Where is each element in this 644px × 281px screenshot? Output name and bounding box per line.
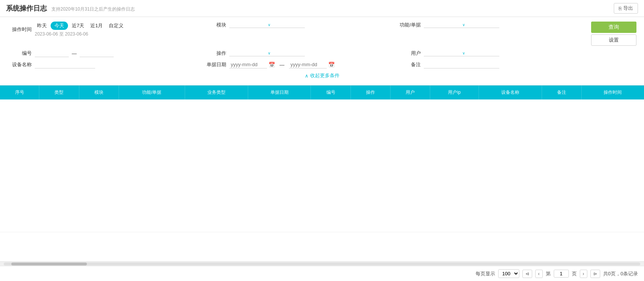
function-filter-cell: 功能/单据 ∨ <box>397 22 585 28</box>
time-buttons: 昨天 今天 近7天 近1月 自定义 <box>35 22 126 30</box>
number-dash: — <box>72 51 77 56</box>
page-input[interactable] <box>554 270 569 278</box>
collapse-up-icon: ∧ <box>305 73 309 79</box>
time-btn-1month[interactable]: 近1月 <box>88 22 105 30</box>
operation-label: 操作 <box>202 50 226 57</box>
next-page-button[interactable]: › <box>580 270 587 278</box>
scrollbar-thumb[interactable] <box>11 262 87 265</box>
scrollbar-track[interactable] <box>4 262 640 265</box>
user-filter-cell: 用户 ∨ <box>397 50 585 57</box>
col-operation: 操作 <box>351 85 390 99</box>
device-input[interactable] <box>35 61 95 68</box>
module-select[interactable]: ∨ <box>229 22 305 28</box>
operation-chevron-icon: ∨ <box>268 51 303 55</box>
action-buttons: 查询 设置 <box>591 22 636 46</box>
number-end-input[interactable] <box>80 50 114 57</box>
function-chevron-icon: ∨ <box>462 23 498 27</box>
col-device: 设备名称 <box>479 85 542 99</box>
col-type: 类型 <box>39 85 79 99</box>
total-info: 共0页，0条记录 <box>603 270 638 277</box>
number-filter-cell: 编号 — <box>8 50 196 57</box>
time-btn-today[interactable]: 今天 <box>51 22 68 30</box>
empty-row <box>0 99 644 232</box>
col-number: 编号 <box>311 85 351 99</box>
query-button[interactable]: 查询 <box>591 22 636 33</box>
time-filter-cell: 操作时间 昨天 今天 近7天 近1月 自定义 2023-06-06 至 2023… <box>8 22 196 37</box>
col-user: 用户 <box>390 85 430 99</box>
user-chevron-icon: ∨ <box>462 51 498 55</box>
per-page-select[interactable]: 100 50 200 <box>498 269 519 278</box>
data-table: 序号 类型 模块 功能/单据 业务类型 单据日期 编号 操作 用户 用户ip 设… <box>0 85 644 232</box>
page-prefix: 第 <box>546 270 551 277</box>
doc-date-filter-cell: 单据日期 📅 — 📅 <box>202 61 391 68</box>
collapse-button[interactable]: ∧ 收起更多条件 <box>305 72 340 79</box>
page-subtitle: 支持2020年10月31日之后产生的操作日志 <box>51 6 135 12</box>
table-header-row: 序号 类型 模块 功能/单据 业务类型 单据日期 编号 操作 用户 用户ip 设… <box>0 85 644 99</box>
page-title: 系统操作日志 <box>6 4 47 13</box>
col-doc-date: 单据日期 <box>248 85 311 99</box>
function-label: 功能/单据 <box>397 22 421 28</box>
table-container: 序号 类型 模块 功能/单据 业务类型 单据日期 编号 操作 用户 用户ip 设… <box>0 85 644 261</box>
doc-date-dash: — <box>280 62 284 68</box>
remark-label: 备注 <box>397 61 421 68</box>
collapse-label: 收起更多条件 <box>310 72 340 79</box>
time-filter-group: 昨天 今天 近7天 近1月 自定义 2023-06-06 至 2023-06-0… <box>35 22 126 37</box>
time-range-display: 2023-06-06 至 2023-06-06 <box>35 31 126 37</box>
module-label: 模块 <box>202 22 226 28</box>
user-label: 用户 <box>397 50 421 57</box>
export-icon: ⎘ <box>619 6 622 11</box>
calendar-end-icon[interactable]: 📅 <box>328 62 335 68</box>
scrollbar-area[interactable] <box>0 261 644 266</box>
col-business-type: 业务类型 <box>185 85 248 99</box>
prev-page-button[interactable]: ‹ <box>535 270 543 278</box>
filter-area: 操作时间 昨天 今天 近7天 近1月 自定义 2023-06-06 至 2023… <box>0 17 644 85</box>
table-body <box>0 99 644 232</box>
col-sequence: 序号 <box>0 85 39 99</box>
number-start-input[interactable] <box>35 50 69 57</box>
col-remark: 备注 <box>542 85 581 99</box>
time-label: 操作时间 <box>8 26 32 33</box>
page-header: 系统操作日志 支持2020年10月31日之后产生的操作日志 ⎘ 导出 <box>0 0 644 17</box>
module-chevron-icon: ∨ <box>268 23 303 27</box>
function-select[interactable]: ∨ <box>424 22 499 28</box>
pagination: 每页显示 100 50 200 ⊲ ‹ 第 页 › ⊳ 共0页，0条记录 <box>0 266 644 281</box>
remark-input[interactable] <box>424 61 499 68</box>
col-module: 模块 <box>79 85 119 99</box>
last-page-button[interactable]: ⊳ <box>590 270 600 278</box>
page-suffix: 页 <box>572 270 577 277</box>
per-page-label: 每页显示 <box>476 270 495 277</box>
settings-button[interactable]: 设置 <box>591 34 636 46</box>
col-user-ip: 用户ip <box>430 85 479 99</box>
calendar-start-icon[interactable]: 📅 <box>269 62 275 68</box>
doc-date-start-input[interactable] <box>229 61 267 68</box>
number-label: 编号 <box>8 50 32 57</box>
col-operation-time: 操作时间 <box>581 85 644 99</box>
doc-date-label: 单据日期 <box>202 61 226 68</box>
time-btn-yesterday[interactable]: 昨天 <box>35 22 49 30</box>
time-btn-7days[interactable]: 近7天 <box>69 22 86 30</box>
remark-filter-cell: 备注 <box>397 61 585 68</box>
export-label: 导出 <box>623 5 633 12</box>
export-button[interactable]: ⎘ 导出 <box>614 3 638 14</box>
empty-area <box>0 99 644 232</box>
collapse-row: ∧ 收起更多条件 <box>8 70 636 81</box>
col-function: 功能/单据 <box>119 85 185 99</box>
device-label: 设备名称 <box>8 61 32 68</box>
time-btn-custom[interactable]: 自定义 <box>107 22 126 30</box>
user-select[interactable]: ∨ <box>424 50 499 56</box>
operation-select[interactable]: ∨ <box>229 50 305 56</box>
first-page-button[interactable]: ⊲ <box>522 270 532 278</box>
doc-date-end-input[interactable] <box>289 61 327 68</box>
operation-filter-cell: 操作 ∨ <box>202 50 391 57</box>
header-left: 系统操作日志 支持2020年10月31日之后产生的操作日志 <box>6 4 135 13</box>
module-filter-cell: 模块 ∨ <box>202 22 391 28</box>
device-filter-cell: 设备名称 <box>8 61 196 68</box>
